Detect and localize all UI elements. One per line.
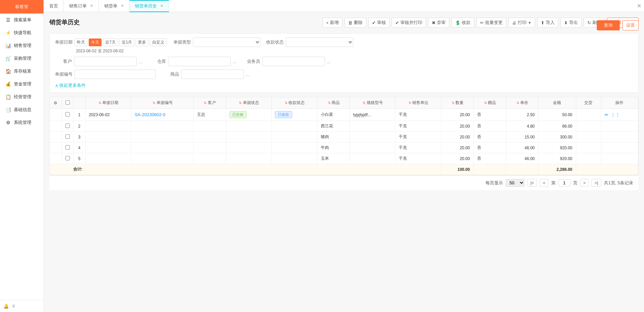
filter-doc-type-select[interactable] <box>193 37 260 47</box>
col-qty[interactable]: ⇅ 数量 <box>441 97 473 109</box>
prev-page-btn[interactable]: < <box>540 179 549 187</box>
tab-bar-close[interactable]: ✕ <box>637 3 644 9</box>
edit-icon[interactable]: ✏ <box>605 112 609 118</box>
last-page-btn[interactable]: >| <box>591 179 601 187</box>
col-spec[interactable]: ⇅ 规格型号 <box>349 97 395 109</box>
row-checkbox[interactable] <box>62 121 73 132</box>
row-gift: 否 <box>473 121 506 132</box>
summary-price <box>506 164 538 175</box>
filter-goods-input[interactable] <box>181 70 244 79</box>
row-qty: 20.00 <box>441 109 473 121</box>
filter-warehouse-ellipsis[interactable]: ... <box>233 59 236 64</box>
sidebar-item-sys-mgmt[interactable]: ⚙ 系统管理 <box>0 116 44 129</box>
sys-mgmt-icon: ⚙ <box>5 120 11 126</box>
col-price[interactable]: ⇅ 单价 <box>506 97 538 109</box>
tab-sales-delivery[interactable]: 销货单 ✕ <box>99 0 130 12</box>
sidebar: 标签管 ☰ 搜索菜单 ⚡ 快捷导航 📊 销售管理 🛒 采购管理 🏠 库存核算 💰… <box>0 0 44 312</box>
row-gift: 否 <box>473 109 506 121</box>
row-transaction <box>576 132 601 142</box>
sidebar-item-inventory[interactable]: 🏠 库存核算 <box>0 65 44 78</box>
finance-mgmt-icon: 💰 <box>5 81 11 87</box>
col-goods[interactable]: ⇅ 商品 <box>317 97 349 109</box>
row-checkbox[interactable] <box>62 142 73 153</box>
doc-no-link[interactable]: SA-20230602-0 <box>135 112 165 117</box>
sidebar-bottom-icon2[interactable]: ⏸ <box>11 304 16 309</box>
first-page-btn[interactable]: |< <box>527 179 537 187</box>
tab-sales-order-label: 销售订单 <box>69 3 87 9</box>
import-button[interactable]: ⬆导入 <box>537 18 558 28</box>
more-icon[interactable]: ⋮⋮ <box>611 112 620 118</box>
filter-salesperson-input[interactable] <box>262 57 325 66</box>
row-spec <box>349 132 395 142</box>
sidebar-item-finance-mgmt[interactable]: 💰 资金管理 <box>0 78 44 90</box>
sidebar-item-ops-mgmt[interactable]: 📋 经营管理 <box>0 90 44 103</box>
export-button[interactable]: ⬇导出 <box>560 18 582 28</box>
summary-row: 合计: 100.00 2,286.00 <box>50 164 638 175</box>
filter-doc-no-input[interactable] <box>75 70 156 79</box>
tab-sales-history[interactable]: 销货单历史 ✕ <box>130 0 169 12</box>
date-btn-custom[interactable]: 自定义 <box>150 38 167 46</box>
row-qty: 20.00 <box>441 132 473 142</box>
col-doc-no[interactable]: ⇅ 单据编号 <box>131 97 194 109</box>
col-doc-status[interactable]: ⇅ 单据状态 <box>226 97 272 109</box>
audit-button[interactable]: ✔审核 <box>368 18 390 28</box>
sidebar-item-quick-nav[interactable]: ⚡ 快捷导航 <box>0 26 44 39</box>
filter-customer-input[interactable] <box>74 57 137 66</box>
col-settings[interactable]: ⚙ <box>50 97 62 109</box>
filter-customer-ellipsis[interactable]: ... <box>139 59 142 64</box>
col-collect-status[interactable]: ⇅ 收款状态 <box>272 97 317 109</box>
tab-sales-order[interactable]: 销售订单 ✕ <box>64 0 99 12</box>
sidebar-item-purchase-mgmt[interactable]: 🛒 采购管理 <box>0 52 44 65</box>
row-checkbox[interactable] <box>62 109 73 121</box>
row-customer <box>193 121 226 132</box>
row-spec <box>349 153 395 164</box>
col-customer[interactable]: ⇅ 客户 <box>193 97 226 109</box>
print-button[interactable]: 🖨打印▼ <box>508 18 535 28</box>
tab-home[interactable]: 首页 <box>44 0 64 12</box>
col-unit[interactable]: ⇅ 销售单位 <box>395 97 441 109</box>
add-button[interactable]: +新增 <box>323 18 343 28</box>
date-btn-today[interactable]: 今天 <box>89 38 102 46</box>
col-gift[interactable]: ⇅ 赠品 <box>473 97 506 109</box>
row-spec <box>349 142 395 153</box>
sort-date-icon: ⇅ <box>99 101 101 105</box>
sidebar-item-sales-mgmt[interactable]: 📊 销售管理 <box>0 39 44 52</box>
filter-salesperson-ellipsis[interactable]: ... <box>327 59 331 64</box>
date-btn-more[interactable]: 更多 <box>136 38 148 46</box>
date-btn-1month[interactable]: 近1月 <box>119 38 135 46</box>
row-doc-status <box>226 153 272 164</box>
filter-goods-label: 商品 <box>162 71 179 77</box>
select-all-checkbox[interactable] <box>65 100 70 105</box>
row-collect-status <box>272 153 317 164</box>
tab-sales-order-close[interactable]: ✕ <box>90 4 93 8</box>
filter-collect-status-select[interactable] <box>286 37 353 47</box>
collapse-filter-btn[interactable]: ∧ 收起更多条件 <box>55 82 633 88</box>
filter-warehouse-input[interactable] <box>168 57 231 66</box>
audit-print-button[interactable]: ✔审核并打印 <box>392 18 426 28</box>
sidebar-item-basic-info[interactable]: 📑 基础信息 <box>0 103 44 116</box>
sidebar-bottom-icon1[interactable]: 🔔 <box>3 304 9 309</box>
tab-sales-history-close[interactable]: ✕ <box>160 4 163 8</box>
row-checkbox[interactable] <box>62 153 73 164</box>
row-doc-no[interactable]: SA-20230602-0 <box>131 109 194 121</box>
row-checkbox[interactable] <box>62 132 73 142</box>
date-btn-7days[interactable]: 近7天 <box>103 38 118 46</box>
page-number-input[interactable] <box>558 179 570 186</box>
page-size-select[interactable]: 50 100 200 <box>506 179 525 187</box>
abandon-button[interactable]: ✖弃审 <box>428 18 449 28</box>
batch-change-button[interactable]: ✏批量变更 <box>476 18 506 28</box>
collect-button[interactable]: 💲收款 <box>451 18 474 28</box>
tab-sales-delivery-close[interactable]: ✕ <box>121 4 124 8</box>
query-button[interactable]: 查询 <box>597 20 620 30</box>
delete-icon: 🗑 <box>348 20 353 25</box>
col-no <box>73 97 85 109</box>
sidebar-item-search-menu[interactable]: ☰ 搜索菜单 <box>0 14 44 26</box>
filter-goods-ellipsis[interactable]: ... <box>246 72 250 77</box>
next-page-btn[interactable]: > <box>580 179 589 187</box>
date-btn-yesterday[interactable]: 昨天 <box>75 38 87 46</box>
col-date[interactable]: ⇅ 单据日期 <box>85 97 131 109</box>
row-price: 46.00 <box>506 153 538 164</box>
settings-button[interactable]: 设置 <box>622 20 639 30</box>
row-goods: 小白菜 <box>317 109 349 121</box>
delete-button[interactable]: 🗑删除 <box>344 18 366 28</box>
